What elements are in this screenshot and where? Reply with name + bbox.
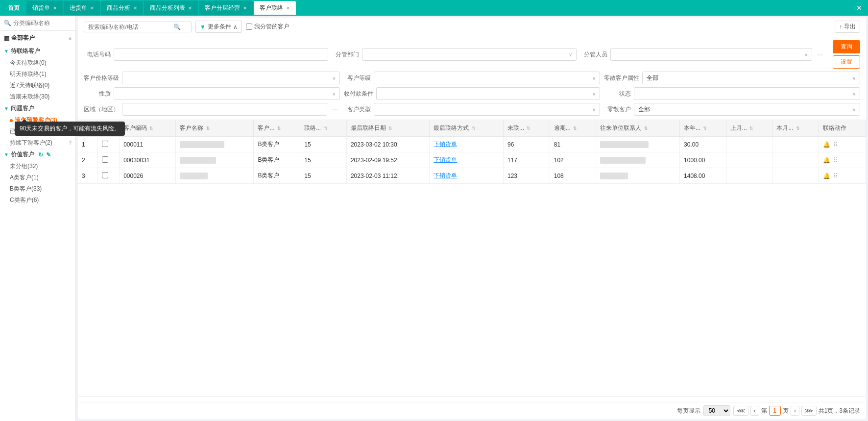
- more-action-icon[interactable]: ⠿: [833, 141, 838, 148]
- th-last-method[interactable]: 最后联络方式 ⇅: [430, 120, 504, 137]
- close-icon[interactable]: ✕: [53, 5, 57, 11]
- row-select-checkbox[interactable]: [102, 172, 108, 178]
- th-contact-count[interactable]: 联络... ⇅: [300, 120, 347, 137]
- first-page-button[interactable]: ⋘: [733, 406, 748, 416]
- more-action-icon[interactable]: ⠿: [833, 157, 838, 164]
- filter-label-person: 分管人员: [580, 50, 607, 59]
- action-buttons: 查询 设置: [833, 40, 860, 69]
- tab-customer-contact[interactable]: 客户联络 ✕: [254, 1, 296, 15]
- main-layout: 🔍 ▦ 全部客户 « ▼ 待联络客户 今天待联络(0) 明天待联络(1) 近7天…: [0, 16, 868, 421]
- sort-icon: ⇅: [388, 126, 392, 131]
- sort-icon: ⇅: [703, 126, 707, 131]
- filter-select-retail[interactable]: 全部 ∨: [634, 103, 860, 116]
- more-conditions-button[interactable]: ▼ 更多条件 ∧: [195, 21, 242, 33]
- contact-icon[interactable]: 🔔: [823, 157, 830, 164]
- close-icon[interactable]: ✕: [188, 5, 192, 11]
- sidebar-section-problem[interactable]: ▼ 问题客户: [0, 102, 75, 115]
- query-button[interactable]: 查询: [833, 40, 860, 53]
- filter-select-dept[interactable]: ∨: [362, 48, 577, 61]
- th-name[interactable]: 客户名称 ⇅: [176, 120, 254, 137]
- sidebar-item-class-c[interactable]: C类客户(6): [0, 195, 75, 206]
- sidebar-item-declining[interactable]: 持续下滑客户(2) ?: [0, 137, 75, 149]
- th-this-month[interactable]: 本月... ⇅: [772, 120, 819, 137]
- th-overdue[interactable]: 逾期... ⇅: [550, 120, 596, 137]
- tab-sales-order[interactable]: 销货单 ✕: [26, 1, 63, 15]
- collapse-icon[interactable]: «: [69, 35, 72, 41]
- close-icon[interactable]: ✕: [243, 5, 247, 11]
- window-close-button[interactable]: ✕: [852, 4, 866, 12]
- sidebar: 🔍 ▦ 全部客户 « ▼ 待联络客户 今天待联络(0) 明天待联络(1) 近7天…: [0, 16, 76, 421]
- th-this-year[interactable]: 本年... ⇅: [680, 120, 726, 137]
- filter-select-payment[interactable]: ∨: [376, 87, 600, 100]
- per-page-select[interactable]: 50 100: [703, 405, 730, 416]
- th-contact-person[interactable]: 往来单位联系人 ⇅: [596, 120, 680, 137]
- row-last-method[interactable]: 下销货单: [430, 168, 504, 184]
- chevron-up-icon: ∧: [233, 24, 238, 30]
- close-icon[interactable]: ✕: [90, 5, 94, 11]
- prev-page-button[interactable]: ‹: [750, 406, 759, 416]
- more-action-icon[interactable]: ⠿: [833, 173, 838, 179]
- my-customer-checkbox[interactable]: [246, 24, 252, 30]
- filter-select-retail-attr[interactable]: 全部 ∨: [642, 72, 860, 84]
- sidebar-item-7days[interactable]: 近7天待联络(0): [0, 80, 75, 91]
- sidebar-item-class-b[interactable]: B类客户(33): [0, 183, 75, 195]
- setting-button[interactable]: 设置: [833, 55, 860, 69]
- contact-icon[interactable]: 🔔: [823, 173, 830, 179]
- sidebar-all-customers[interactable]: ▦ 全部客户 «: [0, 31, 75, 45]
- close-icon[interactable]: ✕: [286, 5, 290, 11]
- sidebar-item-class-a[interactable]: A类客户(1): [0, 172, 75, 183]
- filter-input-phone[interactable]: [114, 48, 328, 61]
- th-last-date[interactable]: 最后联络日期 ⇅: [346, 120, 429, 137]
- filter-select-nature[interactable]: ∨: [114, 87, 340, 100]
- sidebar-item-today[interactable]: 今天待联络(0): [0, 57, 75, 69]
- sidebar-item-tomorrow[interactable]: 明天待联络(1): [0, 69, 75, 80]
- filter-phone: 电话号码: [84, 48, 328, 61]
- th-code[interactable]: 客户编码 ⇅: [120, 120, 176, 137]
- chevron-down-icon: ∨: [852, 91, 856, 97]
- toolbar: 🔍 ▼ 更多条件 ∧ 我分管的客户 ↑ 导出: [78, 18, 866, 36]
- per-page-label: 每页显示: [677, 407, 700, 415]
- next-page-button[interactable]: ›: [791, 406, 799, 416]
- export-button[interactable]: ↑ 导出: [835, 21, 860, 33]
- tab-product-analysis[interactable]: 商品分析 ✕: [101, 1, 143, 15]
- sidebar-item-overdue[interactable]: 逾期未联络(30): [0, 91, 75, 102]
- filter-select-price-level[interactable]: ∨: [122, 72, 340, 84]
- th-type[interactable]: 客户... ⇅: [254, 120, 300, 137]
- tab-product-analysis-list[interactable]: 商品分析列表 ✕: [144, 1, 198, 15]
- more-button-region[interactable]: ···: [330, 105, 340, 113]
- help-icon[interactable]: ?: [69, 140, 72, 146]
- sidebar-section-value[interactable]: ▼ 价值客户 ↻ ✎: [0, 149, 75, 161]
- refresh-icon[interactable]: ↻: [38, 151, 43, 158]
- th-last-month[interactable]: 上月... ⇅: [726, 120, 772, 137]
- sidebar-search-wrap: 🔍: [0, 16, 75, 31]
- th-no-contact[interactable]: 未联... ⇅: [504, 120, 550, 137]
- sort-icon: ⇅: [796, 126, 800, 131]
- filter-select-customer-type[interactable]: ∨: [374, 103, 600, 116]
- row-select-checkbox[interactable]: [102, 141, 108, 147]
- edit-icon[interactable]: ✎: [46, 151, 51, 158]
- last-page-button[interactable]: ⋙: [801, 406, 817, 416]
- sidebar-item-ungroup[interactable]: 未分组(32): [0, 161, 75, 172]
- tab-customer-tier[interactable]: 客户分层经营 ✕: [199, 1, 253, 15]
- search-input[interactable]: [88, 24, 171, 30]
- horizontal-scrollbar[interactable]: [78, 396, 866, 402]
- filter-row-1: 电话号码 分管部门 ∨ 分管人员 ∨ ···: [84, 40, 860, 69]
- contact-icon[interactable]: 🔔: [823, 141, 830, 148]
- filter-select-status[interactable]: ∨: [634, 87, 860, 100]
- more-button[interactable]: ···: [815, 50, 825, 58]
- tab-home[interactable]: 首页: [2, 1, 25, 15]
- row-last-method[interactable]: 下销货单: [430, 137, 504, 152]
- filter-dept: 分管部门 ∨: [332, 48, 577, 61]
- sidebar-search-input[interactable]: [13, 20, 76, 26]
- row-select-checkbox[interactable]: [102, 156, 108, 163]
- filter-label-price-level: 客户价格等级: [84, 74, 119, 82]
- filter-select-customer-level[interactable]: ∨: [374, 72, 600, 84]
- row-last-method[interactable]: 下销货单: [430, 152, 504, 168]
- filter-select-person[interactable]: ∨: [610, 48, 812, 61]
- filter-select-region[interactable]: [122, 103, 327, 116]
- filter-label-payment: 收付款条件: [344, 90, 373, 98]
- sidebar-section-pending[interactable]: ▼ 待联络客户: [0, 45, 75, 57]
- close-icon[interactable]: ✕: [133, 5, 137, 11]
- search-icon[interactable]: 🔍: [173, 24, 181, 30]
- tab-purchase-order[interactable]: 进货单 ✕: [64, 1, 100, 15]
